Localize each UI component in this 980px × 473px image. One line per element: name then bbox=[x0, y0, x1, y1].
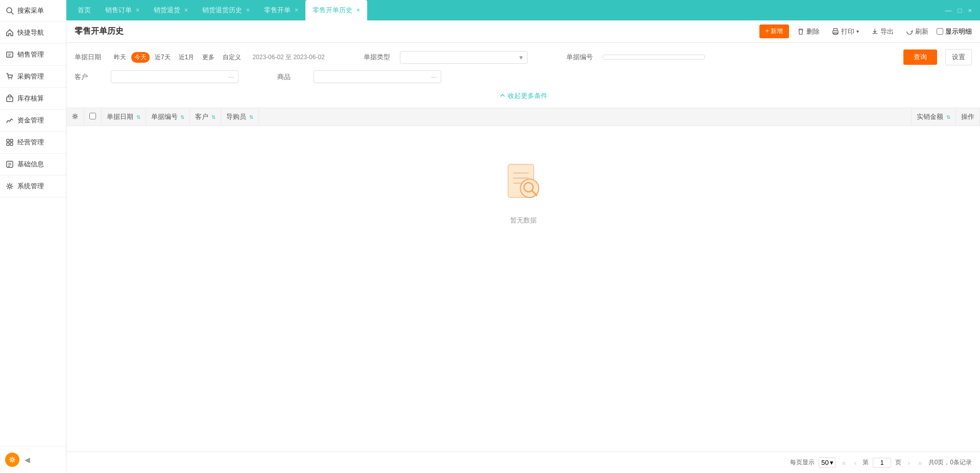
page-total: 共0页，0条记录 bbox=[928, 458, 972, 467]
pagination: 每页显示 50 ▾ « ‹ 第 页 › » 共0页，0条记录 bbox=[66, 452, 980, 473]
export-button[interactable]: 导出 bbox=[867, 25, 898, 38]
settings-icon-button[interactable] bbox=[5, 453, 19, 467]
sidebar-item-system[interactable]: 系统管理 bbox=[0, 176, 66, 197]
type-label: 单据类型 bbox=[364, 53, 392, 62]
refresh-button[interactable]: 刷新 bbox=[902, 25, 933, 38]
home-icon bbox=[5, 28, 14, 37]
th-date[interactable]: 单据日期 ⇅ bbox=[102, 108, 146, 126]
type-select[interactable]: ▾ bbox=[400, 51, 528, 64]
th-checkbox[interactable] bbox=[84, 108, 102, 126]
tab-close-retail-open-history[interactable]: × bbox=[356, 7, 360, 13]
tab-sales-return[interactable]: 销货退货 × bbox=[147, 0, 195, 20]
close-button[interactable]: × bbox=[968, 7, 972, 14]
select-all-checkbox[interactable] bbox=[89, 113, 96, 119]
tab-close-sales-return[interactable]: × bbox=[184, 7, 188, 13]
delete-button[interactable]: 删除 bbox=[793, 25, 824, 38]
sidebar-item-label: 资金管理 bbox=[17, 116, 44, 125]
type-select-arrow-icon: ▾ bbox=[519, 54, 523, 61]
display-checkbox[interactable] bbox=[937, 28, 943, 35]
page-size-arrow-icon: ▾ bbox=[830, 459, 833, 466]
next-page-button[interactable]: › bbox=[905, 458, 912, 468]
sidebar-item-label: 系统管理 bbox=[17, 182, 44, 191]
inventory-icon bbox=[5, 94, 14, 103]
date-option-today[interactable]: 今天 bbox=[131, 52, 150, 63]
date-option-7days[interactable]: 近7天 bbox=[152, 52, 174, 63]
sidebar-item-operation[interactable]: 经营管理 bbox=[0, 132, 66, 154]
sidebar-item-basic[interactable]: 基础信息 bbox=[0, 154, 66, 176]
th-salesperson[interactable]: 导购员 ⇅ bbox=[221, 108, 258, 126]
maximize-button[interactable]: □ bbox=[958, 7, 962, 14]
page-size-select[interactable]: 50 ▾ bbox=[819, 457, 835, 468]
delete-icon bbox=[797, 28, 804, 35]
svg-line-1 bbox=[11, 12, 13, 14]
th-customer[interactable]: 客户 ⇅ bbox=[190, 108, 221, 126]
date-option-1month[interactable]: 近1月 bbox=[176, 52, 198, 63]
query-button[interactable]: 查询 bbox=[903, 49, 937, 65]
date-option-custom[interactable]: 自定义 bbox=[220, 52, 244, 63]
collapse-label: 收起更多条件 bbox=[508, 91, 547, 101]
print-arrow-icon: ▾ bbox=[856, 29, 859, 34]
tab-home[interactable]: 首页 bbox=[70, 0, 98, 20]
th-number[interactable]: 单据编号 ⇅ bbox=[146, 108, 190, 126]
svg-point-22 bbox=[74, 115, 76, 117]
empty-icon bbox=[498, 157, 549, 208]
tab-retail-open-history[interactable]: 零售开单历史 × bbox=[305, 0, 367, 20]
minimize-button[interactable]: — bbox=[945, 7, 952, 14]
tab-retail-open[interactable]: 零售开单 × bbox=[257, 0, 305, 20]
svg-point-18 bbox=[11, 459, 13, 461]
customer-input[interactable]: ··· bbox=[111, 70, 238, 83]
sales-icon bbox=[5, 50, 14, 59]
th-amount[interactable]: 实销金额 ⇅ bbox=[912, 108, 956, 126]
svg-rect-12 bbox=[10, 143, 13, 145]
current-page-input[interactable] bbox=[873, 458, 891, 468]
sidebar-item-label: 销售管理 bbox=[17, 50, 44, 59]
number-input[interactable] bbox=[603, 55, 705, 60]
display-checkbox-label[interactable]: 显示明细 bbox=[937, 27, 972, 36]
sidebar-item-inventory[interactable]: 库存核算 bbox=[0, 88, 66, 110]
sidebar-item-label: 经营管理 bbox=[17, 138, 44, 147]
print-icon bbox=[832, 28, 839, 35]
svg-point-6 bbox=[11, 79, 12, 80]
number-sort-icon: ⇅ bbox=[180, 114, 184, 120]
sidebar-item-purchase[interactable]: 采购管理 bbox=[0, 66, 66, 88]
tab-bar: 首页 销售订单 × 销货退货 × 销货退货历史 × 零售开单 × 零售开单历史 … bbox=[66, 0, 980, 20]
content-area: 单据日期 ⇅ 单据编号 ⇅ 客户 ⇅ 导购员 ⇅ bbox=[66, 108, 980, 473]
tab-sales-order[interactable]: 销售订单 × bbox=[98, 0, 147, 20]
page-size-value: 50 bbox=[821, 459, 828, 466]
purchase-icon bbox=[5, 72, 14, 81]
collapse-bar[interactable]: 收起更多条件 bbox=[75, 88, 972, 102]
goods-input[interactable]: ··· bbox=[314, 70, 441, 83]
date-range: 2023-06-02 至 2023-06-02 bbox=[252, 53, 324, 62]
th-spacer bbox=[258, 108, 912, 126]
th-settings[interactable] bbox=[66, 108, 84, 126]
settings-btn[interactable]: 设置 bbox=[945, 49, 972, 65]
print-button[interactable]: 打印 ▾ bbox=[828, 25, 863, 38]
data-table: 单据日期 ⇅ 单据编号 ⇅ 客户 ⇅ 导购员 ⇅ bbox=[66, 108, 980, 126]
finance-icon bbox=[5, 116, 14, 125]
sidebar-search[interactable]: 搜索采单 bbox=[0, 0, 66, 22]
table-container: 单据日期 ⇅ 单据编号 ⇅ 客户 ⇅ 导购员 ⇅ bbox=[66, 108, 980, 452]
svg-rect-10 bbox=[10, 139, 13, 142]
collapse-sidebar-icon[interactable]: ◀ bbox=[25, 456, 30, 464]
tab-close-retail-open[interactable]: × bbox=[295, 7, 298, 13]
tab-sales-return-history[interactable]: 销货退货历史 × bbox=[195, 0, 257, 20]
sidebar-item-label: 基础信息 bbox=[17, 160, 44, 169]
date-option-more[interactable]: 更多 bbox=[199, 52, 218, 63]
last-page-button[interactable]: » bbox=[916, 458, 924, 468]
prev-page-button[interactable]: ‹ bbox=[852, 458, 859, 468]
date-option-yesterday[interactable]: 昨天 bbox=[111, 52, 129, 63]
sidebar-item-sales[interactable]: 销售管理 bbox=[0, 44, 66, 66]
add-button[interactable]: + 新增 bbox=[759, 24, 789, 38]
page-title: 零售开单历史 bbox=[75, 26, 753, 37]
operation-icon bbox=[5, 138, 14, 147]
amount-sort-icon: ⇅ bbox=[946, 114, 950, 120]
goods-ellipsis-icon: ··· bbox=[431, 73, 437, 81]
tab-close-sales-order[interactable]: × bbox=[136, 7, 139, 13]
search-icon bbox=[5, 6, 14, 15]
sidebar-item-finance[interactable]: 资金管理 bbox=[0, 110, 66, 132]
sidebar-item-quick-nav[interactable]: 快捷导航 bbox=[0, 22, 66, 44]
svg-rect-2 bbox=[7, 52, 13, 57]
tab-close-sales-return-history[interactable]: × bbox=[246, 7, 250, 13]
first-page-button[interactable]: « bbox=[840, 458, 848, 468]
per-page-label: 每页显示 bbox=[790, 458, 815, 467]
